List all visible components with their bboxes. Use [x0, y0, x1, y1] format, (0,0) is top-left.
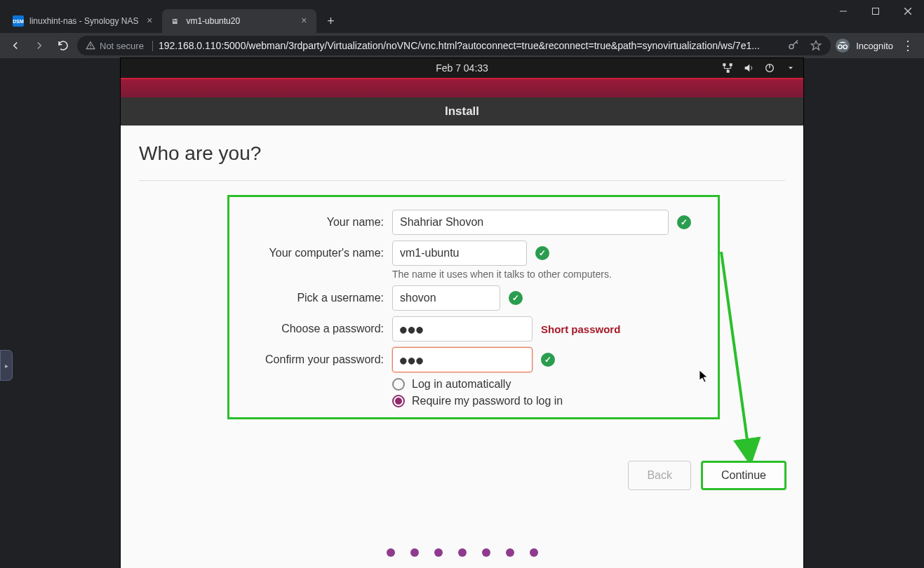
forward-button[interactable] — [29, 36, 49, 55]
tab-synology[interactable]: DSM linuxhint-nas - Synology NAS × — [6, 9, 162, 33]
minimize-button[interactable] — [827, 0, 859, 22]
chevron-down-icon[interactable] — [785, 62, 796, 74]
new-tab-button[interactable]: + — [321, 11, 340, 31]
password-strength: Short password — [541, 323, 620, 335]
volume-icon[interactable] — [743, 62, 754, 74]
svg-point-7 — [836, 39, 850, 53]
favicon-vm-icon: 🖥 — [169, 15, 180, 27]
system-tray[interactable] — [722, 58, 796, 78]
incognito-indicator[interactable]: Incognito — [835, 38, 893, 53]
back-button[interactable] — [6, 36, 25, 55]
password-label: Choose a password: — [239, 323, 384, 335]
tab-close-icon[interactable]: × — [144, 15, 155, 27]
confirm-password-input[interactable] — [392, 347, 533, 372]
favicon-dsm-icon: DSM — [13, 15, 24, 27]
computer-name-label: Your computer's name: — [239, 247, 384, 259]
confirm-password-label: Confirm your password: — [239, 353, 384, 366]
close-window-button[interactable] — [892, 0, 924, 22]
svg-point-6 — [789, 45, 794, 49]
progress-dot — [482, 548, 490, 557]
login-require-password-option[interactable]: Require my password to log in — [392, 395, 708, 407]
progress-dot — [387, 548, 395, 557]
svg-rect-11 — [727, 70, 730, 73]
incognito-label: Incognito — [856, 41, 893, 51]
tab-vm1-ubuntu20[interactable]: 🖥 vm1-ubuntu20 × — [162, 9, 316, 33]
computer-name-hint: The name it uses when it talks to other … — [392, 269, 708, 280]
progress-dot — [458, 548, 467, 557]
require-password-label: Require my password to log in — [412, 395, 563, 407]
gnome-top-bar: Feb 7 04:33 — [121, 58, 803, 78]
network-icon[interactable] — [722, 62, 733, 74]
url-text: 192.168.0.110:5000/webman/3rdparty/Virtu… — [159, 40, 760, 51]
window-controls — [827, 0, 924, 22]
ubuntu-accent-strip — [121, 78, 803, 97]
username-label: Pick a username: — [239, 292, 384, 304]
warning-icon — [86, 41, 95, 50]
svg-point-5 — [90, 47, 91, 48]
clock[interactable]: Feb 7 04:33 — [436, 62, 488, 74]
installer-titlebar: Install — [121, 97, 803, 126]
reload-button[interactable] — [53, 36, 73, 55]
check-icon: ✓ — [677, 215, 691, 229]
page-heading: Who are you? — [139, 142, 785, 165]
progress-dot — [434, 548, 443, 557]
radio-unchecked-icon[interactable] — [392, 378, 405, 391]
progress-dot — [530, 548, 538, 557]
maximize-button[interactable] — [859, 0, 892, 22]
address-bar: Not secure 192.168.0.110:5000/webman/3rd… — [0, 33, 924, 58]
progress-dots — [121, 548, 803, 557]
novnc-panel-handle[interactable]: ▸ — [0, 350, 13, 381]
security-label: Not secure — [100, 41, 144, 51]
browser-menu-button[interactable]: ⋮ — [897, 38, 918, 53]
page-viewport: ▸ Feb 7 04:33 Install Who are you? Your … — [0, 58, 924, 568]
omnibox[interactable]: Not secure 192.168.0.110:5000/webman/3rd… — [77, 36, 831, 55]
check-icon: ✓ — [535, 246, 549, 260]
user-info-form: Your name: ✓ Your computer's name: ✓ The… — [227, 195, 720, 419]
security-status[interactable]: Not secure — [86, 41, 153, 51]
incognito-icon — [835, 38, 850, 53]
installer-body: Who are you? Your name: ✓ Your computer'… — [121, 126, 803, 568]
svg-rect-10 — [723, 63, 725, 66]
back-button[interactable]: Back — [628, 461, 691, 490]
installer-title: Install — [445, 104, 479, 119]
radio-checked-icon[interactable] — [392, 395, 405, 407]
login-auto-option[interactable]: Log in automatically — [392, 378, 708, 391]
computer-name-input[interactable] — [392, 241, 527, 266]
auto-login-label: Log in automatically — [412, 378, 511, 391]
key-icon[interactable] — [787, 39, 800, 52]
svg-rect-1 — [873, 8, 879, 15]
your-name-input[interactable] — [392, 210, 669, 235]
password-input[interactable] — [392, 316, 533, 342]
browser-titlebar: DSM linuxhint-nas - Synology NAS × 🖥 vm1… — [0, 0, 924, 33]
your-name-label: Your name: — [239, 216, 384, 229]
bookmark-star-icon[interactable] — [810, 39, 822, 52]
tab-strip: DSM linuxhint-nas - Synology NAS × 🖥 vm1… — [0, 9, 340, 33]
progress-dot — [410, 548, 419, 557]
check-icon: ✓ — [541, 353, 555, 367]
svg-rect-12 — [730, 63, 732, 66]
username-input[interactable] — [392, 285, 500, 311]
button-row: Back Continue — [628, 461, 786, 490]
svg-line-15 — [721, 252, 749, 455]
continue-button[interactable]: Continue — [701, 461, 786, 490]
tab-close-icon[interactable]: × — [298, 15, 309, 27]
vm-screen: Feb 7 04:33 Install Who are you? Your na… — [121, 58, 803, 568]
tab-title: linuxhint-nas - Synology NAS — [29, 16, 138, 26]
progress-dot — [506, 548, 514, 557]
tab-title: vm1-ubuntu20 — [186, 16, 293, 26]
check-icon: ✓ — [509, 291, 523, 305]
power-icon[interactable] — [764, 62, 775, 74]
divider — [139, 180, 785, 181]
